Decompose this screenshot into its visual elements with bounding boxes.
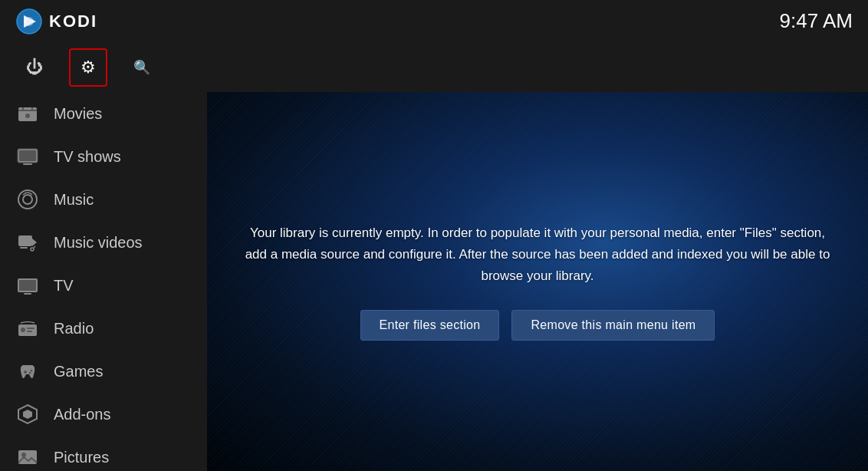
time-display: 9:47 AM bbox=[780, 9, 853, 33]
movies-icon bbox=[15, 101, 40, 126]
svg-point-12 bbox=[23, 195, 32, 204]
svg-rect-13 bbox=[18, 236, 32, 246]
svg-point-22 bbox=[21, 328, 25, 332]
svg-rect-23 bbox=[27, 328, 35, 329]
settings-button[interactable]: ⚙ bbox=[69, 48, 107, 87]
svg-point-16 bbox=[31, 248, 34, 251]
music-label: Music bbox=[54, 191, 94, 209]
tvshows-label: TV shows bbox=[54, 148, 121, 166]
main-layout: Movies TV shows Music bbox=[0, 92, 868, 471]
radio-label: Radio bbox=[54, 320, 94, 338]
content-area: Your library is currently empty. In orde… bbox=[207, 92, 868, 471]
sidebar-item-tv[interactable]: TV bbox=[0, 264, 207, 307]
addons-icon bbox=[15, 402, 40, 427]
sidebar-item-movies[interactable]: Movies bbox=[0, 92, 207, 135]
svg-rect-31 bbox=[18, 450, 37, 464]
power-button[interactable]: ⏻ bbox=[15, 48, 54, 87]
svg-rect-4 bbox=[18, 110, 37, 111]
svg-point-27 bbox=[31, 370, 33, 372]
kodi-logo: KODI bbox=[15, 8, 97, 35]
search-icon: 🔍 bbox=[133, 59, 150, 76]
svg-rect-19 bbox=[19, 280, 36, 291]
svg-rect-6 bbox=[31, 107, 33, 110]
nav-icons-bar: ⏻ ⚙ 🔍 bbox=[0, 42, 868, 92]
pictures-icon bbox=[15, 445, 40, 469]
svg-point-7 bbox=[25, 114, 30, 118]
sidebar-item-pictures[interactable]: Pictures bbox=[0, 436, 207, 471]
action-buttons: Enter files section Remove this main men… bbox=[360, 310, 715, 341]
kodi-logo-icon bbox=[15, 8, 43, 35]
movies-label: Movies bbox=[54, 105, 102, 123]
library-empty-message: Your library is currently empty. In orde… bbox=[238, 222, 837, 287]
games-label: Games bbox=[54, 363, 103, 380]
sidebar: Movies TV shows Music bbox=[0, 92, 207, 471]
content-inner: Your library is currently empty. In orde… bbox=[207, 92, 868, 471]
svg-rect-10 bbox=[23, 163, 32, 165]
svg-rect-9 bbox=[19, 150, 36, 161]
games-icon bbox=[15, 359, 40, 384]
sidebar-item-music[interactable]: Music bbox=[0, 178, 207, 221]
search-button[interactable]: 🔍 bbox=[123, 48, 161, 87]
power-icon: ⏻ bbox=[26, 58, 43, 77]
gear-icon: ⚙ bbox=[81, 58, 96, 77]
sidebar-item-radio[interactable]: Radio bbox=[0, 307, 207, 350]
enter-files-button[interactable]: Enter files section bbox=[360, 310, 500, 341]
svg-rect-24 bbox=[27, 331, 32, 332]
tvshows-icon bbox=[15, 144, 40, 169]
musicvideos-label: Music videos bbox=[54, 234, 143, 252]
pictures-label: Pictures bbox=[54, 449, 109, 466]
sidebar-item-games[interactable]: Games bbox=[0, 350, 207, 393]
remove-menu-item-button[interactable]: Remove this main menu item bbox=[511, 310, 715, 341]
svg-rect-20 bbox=[24, 293, 31, 295]
svg-rect-15 bbox=[20, 247, 28, 249]
svg-rect-5 bbox=[22, 107, 24, 110]
svg-line-17 bbox=[34, 246, 35, 248]
sidebar-item-tvshows[interactable]: TV shows bbox=[0, 135, 207, 178]
app-title: KODI bbox=[49, 12, 97, 31]
sidebar-item-musicvideos[interactable]: Music videos bbox=[0, 221, 207, 264]
svg-point-28 bbox=[29, 372, 31, 374]
addons-label: Add-ons bbox=[54, 406, 111, 423]
header: KODI 9:47 AM bbox=[0, 0, 868, 42]
musicvideos-icon bbox=[15, 230, 40, 255]
header-left: KODI bbox=[15, 8, 97, 35]
tv-icon bbox=[15, 273, 40, 298]
radio-icon bbox=[15, 316, 40, 341]
tv-label: TV bbox=[54, 277, 74, 295]
svg-marker-30 bbox=[23, 410, 32, 419]
svg-marker-14 bbox=[32, 239, 37, 246]
sidebar-item-addons[interactable]: Add-ons bbox=[0, 393, 207, 436]
music-icon bbox=[15, 187, 40, 212]
